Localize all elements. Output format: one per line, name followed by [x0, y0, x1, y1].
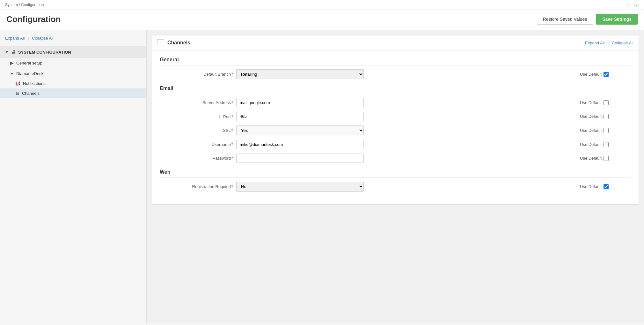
server-address-use-default: Use Default	[580, 100, 625, 105]
username-label: Username*	[166, 142, 236, 147]
page-header: Configuration Restore Saved Values Save …	[0, 10, 644, 30]
username-control	[236, 140, 574, 149]
panel-collapse-button[interactable]: −	[157, 39, 164, 46]
required-marker: *	[231, 128, 233, 133]
general-section: General Default Branch* Retailing Use	[160, 57, 631, 79]
ssl-label: SSL*	[166, 128, 236, 133]
registration-required-select[interactable]: No Yes	[236, 182, 364, 192]
web-section: Web Registration Requied* No Yes	[160, 169, 631, 192]
system-configuration-label: SYSTEM CONFIGURATION	[18, 50, 71, 55]
diamantedesk-header[interactable]: ▼ DiamanteDesk	[0, 69, 146, 79]
panel-expand-all-link[interactable]: Expand All	[585, 41, 604, 45]
system-configuration-section: ▼ 🖨 SYSTEM CONFIGURATION ▶ General setup…	[0, 46, 146, 98]
system-config-chevron-icon: ▼	[5, 50, 9, 54]
use-default-label: Use Default	[580, 184, 602, 189]
ssl-use-default: Use Default	[580, 128, 625, 133]
sidebar-item-channels[interactable]: 🖥 Channels	[0, 88, 146, 98]
main-content: − Channels Expand All | Collapse All Gen…	[147, 30, 644, 323]
sidebar-item-general-setup-label: General setup	[16, 61, 42, 65]
web-section-title: Web	[160, 169, 631, 178]
use-default-label: Use Default	[580, 142, 602, 147]
username-input[interactable]	[236, 140, 364, 149]
port-control	[236, 112, 574, 121]
sidebar-item-notifications-label: Notifications	[23, 81, 46, 86]
required-marker: *	[231, 184, 233, 189]
general-section-title: General	[160, 57, 631, 65]
panel-header-left: − Channels	[157, 39, 190, 46]
star-icon[interactable]: ☆	[626, 1, 631, 8]
diamantedesk-label: DiamanteDesk	[16, 71, 43, 76]
password-use-default: Use Default	[580, 156, 625, 161]
password-input[interactable]	[236, 154, 364, 163]
ssl-use-default-checkbox[interactable]	[604, 128, 609, 133]
default-branch-label: Default Branch*	[166, 72, 236, 77]
page-title: Configuration	[6, 14, 61, 24]
sidebar-item-notifications[interactable]: 📢 Notifications	[0, 79, 146, 88]
required-marker: *	[231, 142, 233, 147]
default-branch-use-default-checkbox[interactable]	[604, 72, 609, 77]
password-control	[236, 154, 574, 163]
monitor-icon: 🖥	[15, 91, 19, 96]
main-layout: Expand All | Collapse All ▼ 🖨 SYSTEM CON…	[0, 30, 644, 323]
panel-sep: |	[608, 41, 610, 45]
sidebar-collapse-all-link[interactable]: Collapse All	[32, 36, 54, 41]
registration-required-row: Registration Requied* No Yes Use Default	[160, 182, 631, 192]
server-address-row: Server Address* Use Default	[160, 98, 631, 107]
restore-saved-values-button[interactable]: Restore Saved Values	[537, 14, 593, 25]
required-marker: *	[231, 100, 233, 105]
ssl-control: Yes No	[236, 125, 574, 135]
email-section-title: Email	[160, 86, 631, 94]
required-marker: *	[231, 156, 233, 161]
registration-required-use-default: Use Default	[580, 184, 625, 189]
channels-panel: − Channels Expand All | Collapse All Gen…	[152, 35, 639, 205]
info-icon: ℹ	[219, 114, 221, 119]
use-default-label: Use Default	[580, 128, 602, 133]
breadcrumb: System / Configuration	[5, 3, 44, 7]
registration-required-label: Registration Requied*	[166, 184, 236, 189]
panel-title: Channels	[167, 40, 190, 46]
default-branch-control: Retailing	[236, 69, 574, 79]
port-use-default-checkbox[interactable]	[604, 114, 609, 119]
registration-required-use-default-checkbox[interactable]	[604, 184, 609, 189]
use-default-label: Use Default	[580, 156, 602, 161]
header-actions: Restore Saved Values Save Settings	[537, 14, 638, 25]
port-input[interactable]	[236, 112, 364, 121]
sidebar: Expand All | Collapse All ▼ 🖨 SYSTEM CON…	[0, 30, 147, 323]
default-branch-use-default: Use Default	[580, 72, 625, 77]
panel-header: − Channels Expand All | Collapse All	[152, 35, 639, 50]
sidebar-expand-all-link[interactable]: Expand All	[5, 36, 25, 41]
password-row: Password* Use Default	[160, 154, 631, 163]
server-address-use-default-checkbox[interactable]	[604, 100, 609, 105]
default-branch-select[interactable]: Retailing	[236, 69, 364, 79]
use-default-label: Use Default	[580, 72, 602, 77]
top-bar-icons: ☆ ⛀	[626, 1, 639, 8]
port-use-default: Use Default	[580, 114, 625, 119]
sidebar-item-channels-label: Channels	[22, 91, 40, 96]
required-marker: *	[231, 114, 233, 119]
panel-expand-bar: Expand All | Collapse All	[585, 41, 633, 45]
password-use-default-checkbox[interactable]	[604, 156, 609, 161]
username-row: Username* Use Default	[160, 140, 631, 149]
megaphone-icon: 📢	[15, 81, 20, 86]
use-default-label: Use Default	[580, 114, 602, 119]
server-address-input[interactable]	[236, 98, 364, 107]
diamantedesk-section: ▼ DiamanteDesk 📢 Notifications 🖥 Channel…	[0, 69, 146, 98]
panel-collapse-all-link[interactable]: Collapse All	[612, 41, 633, 45]
sidebar-sep: |	[28, 36, 30, 41]
sidebar-expand-bar: Expand All | Collapse All	[0, 34, 146, 45]
top-bar: System / Configuration ☆ ⛀	[0, 0, 644, 10]
registration-required-control: No Yes	[236, 182, 574, 192]
ssl-select[interactable]: Yes No	[236, 125, 364, 135]
user-icon[interactable]: ⛀	[634, 1, 639, 8]
save-settings-button[interactable]: Save Settings	[596, 14, 638, 25]
username-use-default: Use Default	[580, 142, 625, 147]
sidebar-item-general-setup[interactable]: ▶ General setup	[0, 58, 146, 68]
ssl-row: SSL* Yes No Use Default	[160, 125, 631, 135]
port-label: ℹ Port*	[166, 114, 236, 119]
email-section: Email Server Address* Use Default	[160, 86, 631, 163]
use-default-label: Use Default	[580, 100, 602, 105]
password-label: Password*	[166, 156, 236, 161]
username-use-default-checkbox[interactable]	[604, 142, 609, 147]
server-address-control	[236, 98, 574, 107]
system-configuration-header[interactable]: ▼ 🖨 SYSTEM CONFIGURATION	[0, 46, 146, 58]
